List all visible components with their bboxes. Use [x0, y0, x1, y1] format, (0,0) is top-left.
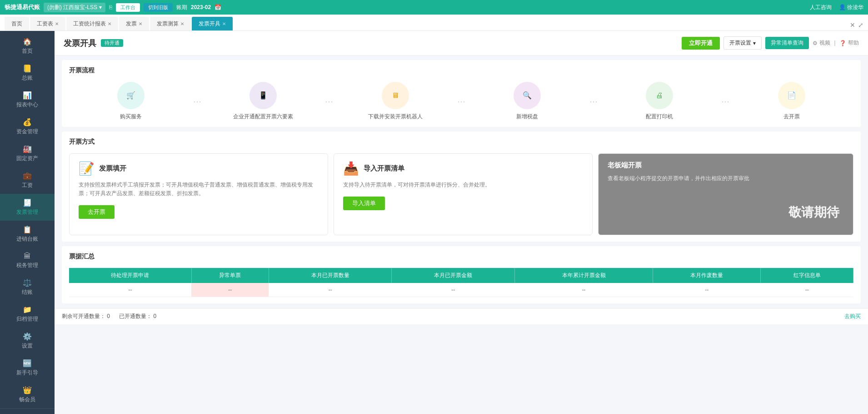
assets-icon: 🏭 — [23, 145, 32, 153]
remaining-value: 0 — [107, 313, 110, 319]
add-taxbox-icon: 🔍 — [514, 82, 541, 109]
tab-invoice-label: 发票 — [126, 20, 137, 28]
methods-section-title: 开票方式 — [69, 138, 853, 146]
open-settings-button[interactable]: 开票设置 ▾ — [723, 36, 762, 50]
sidebar-item-assets[interactable]: 🏭 固定资产 — [0, 140, 55, 167]
cell-abnormal: -- — [191, 283, 269, 297]
col-abnormal: 异常单票 — [191, 268, 269, 283]
method-import-header: 📥 导入开票清单 — [343, 161, 583, 176]
tab-bar-controls: ✕ ⤢ — [850, 21, 863, 30]
svg-text:🛒: 🛒 — [126, 91, 135, 100]
open-methods: 📝 发票填开 支持按照发票样式手工填报开发票；可开具增值税电子普通发票、增值税普… — [69, 153, 853, 235]
flow-step-buy-service[interactable]: 🛒 购买服务 — [69, 82, 193, 121]
help-icon[interactable]: ❓ — [839, 40, 846, 46]
tab-invoice-tool-close[interactable]: ✕ — [222, 21, 226, 26]
method-boss-desc: 查看老板端小程序提交的开票申请，并作出相应的开票审批 — [608, 174, 844, 183]
col-pending: 待处理开票申请 — [69, 268, 191, 283]
flow-step-enterprise-config[interactable]: 📱 企业开通配置开票六要素 — [201, 82, 325, 121]
switch-old-button[interactable]: 切到旧版 — [144, 3, 173, 12]
tab-payroll-close[interactable]: ✕ — [55, 21, 59, 26]
period-label: 账期 — [176, 4, 187, 11]
flow-step-add-taxbox[interactable]: 🔍 新增税盘 — [465, 82, 589, 121]
enterprise-config-label: 企业开通配置开票六要素 — [233, 113, 293, 121]
sidebar-item-purchase-sale[interactable]: 📋 进销台账 — [0, 221, 55, 247]
buy-link[interactable]: 去购买 — [844, 313, 861, 319]
go-issue-button[interactable]: 去开票 — [79, 205, 115, 219]
tab-payroll-report-close[interactable]: ✕ — [108, 21, 111, 26]
flow-steps: 🛒 购买服务 ⋯ 📱 企业开通配置开票六要素 ⋯ — [69, 82, 853, 121]
bottom-bar-right: 去购买 — [844, 313, 861, 320]
page-header: 发票开具 待开通 立即开通 开票设置 ▾ 异常清单查询 ⚙ 视频 ｜ ❓ — [55, 31, 868, 56]
download-robot-label: 下载并安装开票机器人 — [368, 113, 423, 121]
instant-open-button[interactable]: 立即开通 — [682, 37, 720, 50]
method-card-manual: 📝 发票填开 支持按照发票样式手工填报开发票；可开具增值税电子普通发票、增值税普… — [69, 153, 328, 235]
company-name: (勿删) 江西服宝-LSS — [47, 4, 97, 11]
flow-section: 开票流程 🛒 购买服务 ⋯ 📱 企业开通 — [62, 60, 861, 127]
settings-gear-icon[interactable]: ⚙ — [813, 40, 818, 46]
guide-icon: 🆕 — [23, 359, 32, 368]
calendar-icon[interactable]: 📅 — [215, 4, 221, 10]
company-selector[interactable]: (勿删) 江西服宝-LSS ▾ — [44, 3, 105, 12]
app-logo: 畅捷通易代账 — [5, 3, 40, 11]
tab-invoice-calc[interactable]: 发票测算 ✕ — [150, 17, 191, 30]
import-list-button[interactable]: 导入清单 — [343, 197, 385, 210]
tab-invoice-calc-close[interactable]: ✕ — [180, 21, 184, 26]
help-label: 帮助 — [848, 39, 859, 47]
username: 徐淩华 — [847, 4, 863, 11]
tab-payroll-report[interactable]: 工资统计报表 ✕ — [66, 17, 118, 30]
sidebar-label-capital: 资金管理 — [16, 128, 38, 136]
user-area[interactable]: 👤 徐淩华 — [839, 4, 863, 11]
sidebar-item-archive[interactable]: 📁 归档管理 — [0, 301, 55, 328]
sidebar-item-settle[interactable]: ⚖️ 结账 — [0, 274, 55, 301]
copy-icon[interactable]: ⎘ — [109, 4, 112, 10]
tab-payroll-report-label: 工资统计报表 — [73, 20, 106, 28]
flow-step-issue-invoice[interactable]: 📄 去开票 — [729, 82, 853, 121]
sidebar-item-member[interactable]: 👑 畅会员 — [0, 381, 55, 408]
page-header-right: 立即开通 开票设置 ▾ 异常清单查询 ⚙ 视频 ｜ ❓ 帮助 — [682, 36, 859, 50]
sidebar-item-ledger[interactable]: 📒 总账 — [0, 60, 55, 86]
cell-pending: -- — [69, 283, 191, 297]
member-icon: 👑 — [23, 386, 32, 394]
sidebar-unpin[interactable]: 📌 取消固定 — [0, 412, 55, 414]
method-manual-icon: 📝 — [79, 161, 95, 176]
workbench-button[interactable]: 工作台 — [116, 3, 140, 12]
sidebar-item-invoice-mgmt[interactable]: 🧾 发票管理 — [0, 194, 55, 221]
sidebar-item-settings[interactable]: ⚙️ 设置 — [0, 328, 55, 354]
content-area: 发票开具 待开通 立即开通 开票设置 ▾ 异常清单查询 ⚙ 视频 ｜ ❓ — [55, 31, 868, 414]
top-bar-actions: 人工咨询 👤 徐淩华 — [810, 4, 863, 11]
summary-table: 待处理开票申请 异常单票 本月已开票数量 本月已开票金额 本年累计开票金额 本月… — [69, 268, 853, 297]
method-manual-header: 📝 发票填开 — [79, 161, 319, 176]
sidebar-label-archive: 归档管理 — [16, 315, 38, 323]
close-tab-icon[interactable]: ✕ — [850, 21, 855, 29]
tab-invoice-calc-label: 发票测算 — [157, 20, 179, 28]
sidebar-item-capital[interactable]: 💰 资金管理 — [0, 113, 55, 140]
tab-invoice-close[interactable]: ✕ — [139, 21, 142, 26]
sidebar-item-home[interactable]: 🏠 首页 — [0, 33, 55, 60]
download-robot-icon: 🖥 — [382, 82, 409, 109]
abnormal-query-button[interactable]: 异常清单查询 — [765, 37, 809, 49]
sidebar-label-home: 首页 — [22, 47, 33, 55]
expand-icon[interactable]: ⤢ — [858, 21, 863, 29]
sidebar-item-guide[interactable]: 🆕 新手引导 — [0, 354, 55, 381]
top-bar: 畅捷通易代账 (勿删) 江西服宝-LSS ▾ ⎘ 工作台 切到旧版 账期 202… — [0, 0, 868, 15]
flow-step-download-robot[interactable]: 🖥 下载并安装开票机器人 — [333, 82, 457, 121]
consult-label[interactable]: 人工咨询 — [810, 4, 832, 11]
sidebar-label-invoice-mgmt: 发票管理 — [16, 208, 38, 216]
tab-invoice[interactable]: 发票 ✕ — [119, 17, 149, 30]
sidebar-label-reports: 报表中心 — [16, 101, 38, 109]
col-month-count: 本月已开票数量 — [269, 268, 392, 283]
flow-arrow-1: ⋯ — [193, 96, 201, 106]
tab-invoice-tool[interactable]: 发票开具 ✕ — [192, 17, 233, 30]
sidebar-item-reports[interactable]: 📊 报表中心 — [0, 86, 55, 113]
flow-arrow-4: ⋯ — [589, 96, 598, 106]
col-month-amount: 本月已开票金额 — [392, 268, 515, 283]
buy-service-label: 购买服务 — [120, 113, 142, 121]
view-label: 视频 — [819, 39, 830, 47]
sidebar-item-tax[interactable]: 🏛 税务管理 — [0, 247, 55, 274]
method-manual-title: 发票填开 — [99, 164, 126, 173]
tab-payroll[interactable]: 工资表 ✕ — [30, 17, 65, 30]
sidebar-item-payroll[interactable]: 💼 工资 — [0, 167, 55, 194]
cell-red-info: -- — [761, 283, 853, 297]
tab-home[interactable]: 首页 — [5, 17, 29, 30]
flow-step-config-printer[interactable]: 🖨 配置打印机 — [598, 82, 722, 121]
